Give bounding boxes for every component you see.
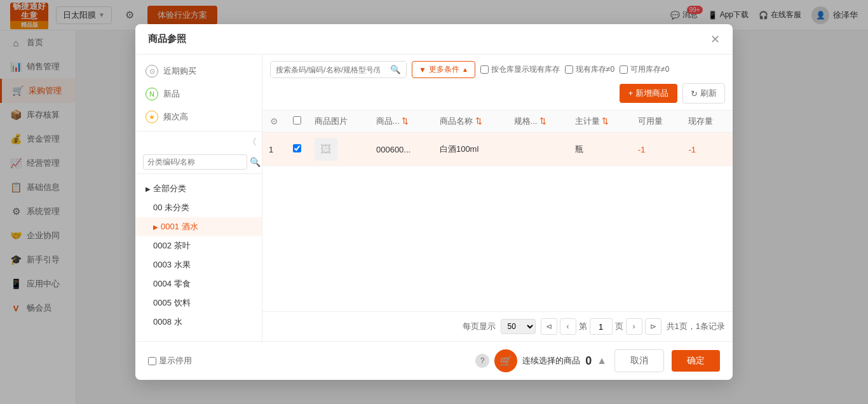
- table-row[interactable]: 1 🖼 000600... 白酒100ml: [262, 133, 733, 166]
- td-stock: -1: [682, 133, 733, 166]
- recent-icon: ⊙: [146, 65, 158, 77]
- cat-unclassified[interactable]: 00 未分类: [135, 198, 262, 217]
- sort-icon: ⇅: [539, 116, 546, 126]
- th-settings: ⚙: [262, 111, 285, 133]
- refresh-button[interactable]: ↻ 刷新: [682, 83, 725, 104]
- pagination: 每页显示 20 50 100 ⊲ ‹ 第 页 › ⊳: [262, 311, 733, 341]
- th-name[interactable]: 商品名称 ⇅: [433, 111, 508, 133]
- category-search-icon[interactable]: 🔍: [250, 157, 261, 167]
- product-table: ⚙ 商品图片 商品... ⇅: [262, 111, 733, 166]
- first-page-button[interactable]: ⊲: [541, 318, 557, 335]
- cart-count: 0: [585, 354, 592, 368]
- product-table-container: ⚙ 商品图片 商品... ⇅: [262, 111, 733, 311]
- cat-label: 0008 水: [153, 316, 182, 328]
- product-thumbnail: 🖼: [315, 138, 337, 161]
- modal-body: ⊙ 近期购买 N 新品 ★ 频次高 《: [135, 55, 733, 341]
- modal-title: 商品参照: [148, 33, 186, 45]
- cat-appliance[interactable]: 0010 家电: [135, 332, 262, 336]
- cat-water[interactable]: 0008 水: [135, 313, 262, 332]
- page-navigation: ⊲ ‹ 第 页 › ⊳: [541, 318, 661, 335]
- th-checkbox: [285, 111, 308, 133]
- show-disabled-input[interactable]: [148, 357, 156, 365]
- show-disabled-checkbox[interactable]: 显示停用: [148, 355, 192, 367]
- th-name-label: 商品名称: [440, 116, 473, 126]
- show-disabled-label: 显示停用: [159, 355, 192, 367]
- category-tree: ▶ 全部分类 00 未分类 ▶ 0001 酒水 0002 茶叶 0003 水果: [135, 174, 262, 336]
- th-code[interactable]: 商品... ⇅: [370, 111, 433, 133]
- td-checkbox: [285, 133, 308, 166]
- cat-snack[interactable]: 0004 零食: [135, 274, 262, 293]
- expand-icon: ▶: [146, 185, 151, 192]
- checkbox-available-nonzero[interactable]: 可用库存≠0: [620, 64, 669, 75]
- product-search-bar: 🔍: [270, 61, 407, 78]
- cart-icon: 🛒: [499, 355, 512, 367]
- filter-button[interactable]: ▼ 更多条件 ▲: [412, 61, 475, 78]
- cart-label: 连续选择的商品: [522, 355, 580, 367]
- collapse-left-button[interactable]: 《: [135, 134, 262, 151]
- cancel-button[interactable]: 取消: [614, 349, 664, 372]
- td-name: 白酒100ml: [433, 133, 508, 166]
- last-page-button[interactable]: ⊳: [645, 318, 661, 335]
- th-code-label: 商品...: [376, 116, 400, 126]
- td-code: 000600...: [370, 133, 433, 166]
- checkbox-stock-nonzero[interactable]: 现有库存≠0: [565, 64, 614, 75]
- th-spec[interactable]: 规格... ⇅: [508, 111, 569, 133]
- nav-new[interactable]: N 新品: [135, 83, 262, 105]
- expand-icon: ▶: [153, 224, 158, 231]
- checkbox-available-nonzero-input[interactable]: [620, 65, 628, 74]
- modal-footer: 显示停用 ? 🛒 连续选择的商品 0 ▲ 取消 确定: [135, 341, 733, 380]
- confirm-button[interactable]: 确定: [672, 350, 720, 372]
- page-number-input[interactable]: [590, 318, 613, 335]
- checkbox-available-nonzero-label: 可用库存≠0: [630, 64, 669, 75]
- th-spec-label: 规格...: [514, 116, 538, 126]
- checkbox-stock-nonzero-label: 现有库存≠0: [576, 64, 614, 75]
- nav-recent-label: 近期购买: [163, 65, 196, 77]
- cat-all[interactable]: ▶ 全部分类: [135, 179, 262, 198]
- product-search-input[interactable]: [271, 62, 385, 77]
- checkbox-warehouse-input[interactable]: [480, 65, 489, 74]
- sort-icon: ⇅: [402, 116, 409, 126]
- toolbar-right: + 新增商品 ↻ 刷新: [620, 83, 725, 104]
- chevron-up-icon: ▲: [462, 66, 468, 73]
- next-page-button[interactable]: ›: [626, 318, 642, 335]
- select-all-checkbox[interactable]: [293, 116, 301, 125]
- nav-recent[interactable]: ⊙ 近期购买: [135, 60, 262, 83]
- page-size-select[interactable]: 20 50 100: [501, 319, 536, 334]
- checkbox-warehouse[interactable]: 按仓库显示现有库存: [480, 64, 560, 75]
- product-search-button[interactable]: 🔍: [385, 62, 406, 77]
- table-header-row: ⚙ 商品图片 商品... ⇅: [262, 111, 733, 133]
- footer-left: 显示停用: [148, 355, 192, 367]
- th-unit[interactable]: 主计量 ⇅: [569, 111, 632, 133]
- category-search-input[interactable]: [143, 154, 247, 170]
- image-placeholder-icon: 🖼: [320, 143, 332, 156]
- sort-icon: ⇅: [475, 116, 482, 126]
- cat-drink[interactable]: 0005 饮料: [135, 293, 262, 313]
- help-icon[interactable]: ?: [475, 354, 489, 368]
- cat-label: 0010 家电: [153, 335, 191, 336]
- cat-fruit[interactable]: 0003 水果: [135, 255, 262, 274]
- add-product-button[interactable]: + 新增商品: [620, 84, 677, 103]
- cart-collapse-icon[interactable]: ▲: [597, 355, 607, 367]
- modal-header: 商品参照 ✕: [135, 24, 733, 55]
- td-unit: 瓶: [569, 133, 632, 166]
- cat-liquor[interactable]: ▶ 0001 酒水: [135, 217, 262, 236]
- modal-left-panel: ⊙ 近期购买 N 新品 ★ 频次高 《: [135, 55, 262, 341]
- cart-button[interactable]: 🛒: [494, 349, 517, 372]
- nav-freq-label: 频次高: [163, 111, 188, 123]
- cat-label: 0004 零食: [153, 278, 191, 290]
- nav-new-label: 新品: [163, 88, 180, 100]
- cat-label: 0005 饮料: [153, 297, 191, 309]
- cat-tea[interactable]: 0002 茶叶: [135, 236, 262, 255]
- filter-icon: ▼: [419, 65, 426, 74]
- checkbox-stock-nonzero-input[interactable]: [565, 65, 573, 74]
- page-label: 第: [579, 321, 587, 332]
- prev-page-button[interactable]: ‹: [560, 318, 576, 335]
- td-index: 1: [262, 133, 285, 166]
- row-checkbox[interactable]: [293, 144, 301, 152]
- new-icon: N: [146, 88, 158, 100]
- product-toolbar: 🔍 ▼ 更多条件 ▲ 按仓库显示现有库存 现有库存≠0: [262, 55, 733, 111]
- page-label2: 页: [615, 321, 623, 332]
- nav-freq[interactable]: ★ 频次高: [135, 105, 262, 128]
- modal-close-button[interactable]: ✕: [710, 34, 720, 45]
- column-settings-icon[interactable]: ⚙: [270, 116, 278, 126]
